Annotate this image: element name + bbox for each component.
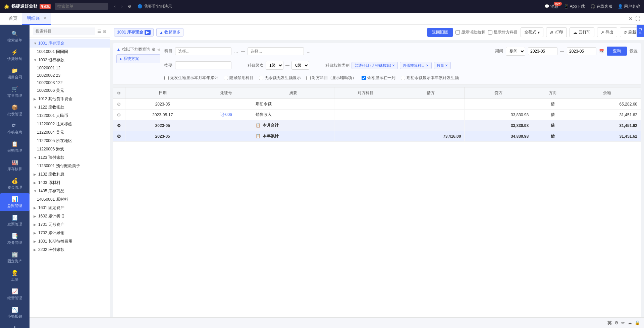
sidebar-item-salary[interactable]: 👷 工资 bbox=[0, 267, 30, 285]
account-tree-item-1702[interactable]: ▶ 1702 累计摊销 bbox=[30, 229, 110, 237]
sidebar-item-ecommerce[interactable]: 🛍 小畅电商 bbox=[0, 120, 30, 137]
more-btn[interactable]: ▲ 收起更多 bbox=[156, 28, 183, 37]
account-tree-item-1122[interactable]: ▼ 1122 应收账款 bbox=[30, 103, 110, 112]
cb-period-show[interactable]: 期初余额显示本年累计发生额 bbox=[401, 75, 459, 81]
sidebar-item-wholesale[interactable]: 📦 批发管理 bbox=[0, 102, 30, 119]
account-tree-item-11220005[interactable]: 11220005 所在地区 bbox=[30, 137, 110, 145]
sidebar-item-management[interactable]: 📈 经营管理 bbox=[0, 285, 30, 303]
account-tree-item-1001[interactable]: ▼ 1001 库存现金 bbox=[30, 39, 110, 48]
bottom-edit-btn[interactable]: ✏ bbox=[621, 320, 625, 325]
type-tag-qty-close[interactable]: ✕ bbox=[445, 64, 448, 67]
tab-detail-close[interactable]: ✕ bbox=[43, 16, 46, 20]
account-tree-item-11220004[interactable]: 11220004 美元 bbox=[30, 128, 110, 137]
cb-no-balance-show[interactable]: 无余额无发生额显示 bbox=[259, 75, 301, 81]
tab-detail[interactable]: 明细账 ✕ bbox=[22, 13, 51, 25]
nav-forward-btn[interactable]: › bbox=[119, 3, 124, 9]
sidebar-item-basic-info[interactable]: ℹ 基础信息 bbox=[0, 322, 30, 328]
cb-no-balance-input[interactable] bbox=[164, 76, 169, 80]
account-tree-item-1012[interactable]: ▶ 1012 其他货币资金 bbox=[30, 95, 110, 103]
tab-expand-btn[interactable]: ⛶ bbox=[635, 16, 640, 21]
account-tree-item-10020002[interactable]: 10020002 23 bbox=[30, 72, 110, 79]
account-tree-item-1602[interactable]: ▶ 1602 累计折旧 bbox=[30, 212, 110, 220]
row-gear-3[interactable]: ⚙ bbox=[113, 120, 125, 131]
nav-settings-btn[interactable]: ⚙ bbox=[126, 3, 133, 9]
cb-period-show-input[interactable] bbox=[401, 76, 405, 80]
online-service-btn[interactable]: 🎧 在线客服 bbox=[590, 4, 612, 9]
sidebar-item-tax[interactable]: 📑 税务管理 bbox=[0, 230, 30, 248]
account-tree-item-1405[interactable]: ▼ 1405 库存商品 bbox=[30, 187, 110, 195]
system-scheme-btn[interactable]: ● 系统方案 bbox=[116, 54, 160, 63]
bottom-zh-btn[interactable]: 英 bbox=[607, 320, 612, 326]
cb-balance-col[interactable]: 余额显示在一列 bbox=[362, 75, 395, 81]
bottom-lock-btn[interactable]: 🔒 bbox=[635, 320, 640, 325]
row-gear-1[interactable]: ⚙ bbox=[113, 99, 125, 110]
type-tag-normal-close[interactable]: ✕ bbox=[392, 64, 395, 67]
sidebar-item-assets[interactable]: 🏢 固定资产 bbox=[0, 249, 30, 266]
tab-close-all-btn[interactable]: ✕ bbox=[629, 16, 633, 21]
sidebar-item-ledger[interactable]: 📊 总账管理 bbox=[0, 193, 30, 211]
cloud-print-btn[interactable]: ☁ 云打印 bbox=[570, 27, 594, 37]
show-aux-checkbox[interactable]: 显示辅助核算 bbox=[455, 29, 485, 35]
period-from-input[interactable] bbox=[528, 47, 557, 55]
type-tag-foreign[interactable]: 外币核算科目 ✕ bbox=[400, 62, 432, 69]
account-tree-item-1132[interactable]: ▶ 1132 应收利息 bbox=[30, 170, 110, 179]
type-tag-normal[interactable]: 普通科目 (无特殊核算) ✕ bbox=[352, 62, 398, 69]
account-search-input[interactable] bbox=[33, 27, 95, 35]
scheme-settings-icon[interactable]: ⚙ bbox=[152, 47, 156, 52]
sidebar-item-quick-nav[interactable]: ⚡ 快捷导航 bbox=[0, 46, 30, 64]
show-opposite-input[interactable] bbox=[488, 30, 492, 35]
level-to-select[interactable]: 6级 bbox=[291, 61, 309, 70]
account-tree-item-1002[interactable]: ▼ 1002 银行存款 bbox=[30, 56, 110, 64]
period-type-select[interactable]: 期间 bbox=[506, 47, 525, 56]
account-tree-item-10020003[interactable]: 10020003 122 bbox=[30, 79, 110, 86]
account-nav-arrow[interactable]: ▶ bbox=[145, 30, 151, 35]
bottom-cloud-btn[interactable]: ☁ bbox=[628, 320, 632, 325]
sidebar-item-finance[interactable]: 💰 资金管理 bbox=[0, 175, 30, 193]
account-tree-item-1601[interactable]: ▶ 1601 固定资产 bbox=[30, 204, 110, 212]
sidebar-item-invoice[interactable]: 🧾 发票管理 bbox=[0, 212, 30, 229]
cb-opposite-show-input[interactable] bbox=[306, 76, 311, 80]
account-tree-item-1403[interactable]: ▶ 1403 原材料 bbox=[30, 179, 110, 187]
type-tag-qty[interactable]: 数量 ✕ bbox=[434, 62, 451, 69]
query-settings-btn[interactable]: 设置 bbox=[630, 48, 638, 54]
account-list-view-btn[interactable]: ☰ bbox=[97, 29, 101, 34]
query-search-btn[interactable]: 查询 bbox=[607, 47, 627, 56]
account-tree-item-11220006[interactable]: 11220006 游戏 bbox=[30, 145, 110, 153]
top-search-input[interactable] bbox=[55, 3, 108, 10]
sidebar-item-project[interactable]: 📁 项目合同 bbox=[0, 65, 30, 82]
format-btn[interactable]: 全额式 ▾ bbox=[521, 27, 543, 37]
account-tree-item-2202[interactable]: ▶ 2202 应付账款 bbox=[30, 246, 110, 254]
account-tree-item-10020001[interactable]: 10020001 12 bbox=[30, 64, 110, 72]
account-tree-item-11220001[interactable]: 11220001 人民币 bbox=[30, 112, 110, 120]
account-tree-item-11230001[interactable]: 11230001 预付账款美子 bbox=[30, 162, 110, 170]
sidebar-item-purchase[interactable]: 📋 采购管理 bbox=[0, 138, 30, 156]
cb-hide-disabled[interactable]: 隐藏禁用科目 bbox=[224, 75, 254, 81]
cb-no-balance[interactable]: 无发生额显示本月本年累计 bbox=[164, 75, 218, 81]
subject-input-end[interactable] bbox=[248, 47, 304, 55]
account-tree-item-11220002[interactable]: 11220002 往来标签 bbox=[30, 120, 110, 128]
sidebar-item-retail[interactable]: 🛒 零售管理 bbox=[0, 83, 30, 101]
export-btn[interactable]: ↗ 导出 bbox=[597, 27, 617, 37]
account-tree-item-1123[interactable]: ▼ 1123 预付账款 bbox=[30, 153, 110, 162]
account-tree-item-14050001[interactable]: 14050001 原材料 bbox=[30, 195, 110, 204]
sidebar-item-search[interactable]: 🔍 搜索菜单 bbox=[0, 28, 30, 46]
return-old-btn[interactable]: 退回旧版 bbox=[427, 28, 453, 37]
row-gear-4[interactable]: ⚙ bbox=[113, 131, 125, 142]
subject-input[interactable] bbox=[175, 47, 231, 55]
show-aux-input[interactable] bbox=[455, 30, 460, 35]
cb-hide-disabled-input[interactable] bbox=[224, 76, 228, 80]
scheme-collapse-icon[interactable]: ◀ bbox=[157, 47, 160, 52]
bottom-settings-btn[interactable]: ⚙ bbox=[614, 320, 619, 325]
cb-opposite-show[interactable]: 对方科目（显示辅助项） bbox=[306, 75, 356, 81]
print-btn[interactable]: 🖨 打印 bbox=[546, 27, 567, 37]
tab-home[interactable]: 首页 bbox=[4, 13, 22, 25]
account-tree-item-1701[interactable]: ▶ 1701 无形资产 bbox=[30, 220, 110, 229]
app-download-btn[interactable]: 📱 App下载 bbox=[564, 4, 585, 9]
level-from-select[interactable]: 1级 bbox=[266, 61, 283, 70]
demo-btn[interactable]: 🔵 我要看实例演示 bbox=[138, 4, 172, 9]
cb-balance-col-input[interactable] bbox=[362, 76, 366, 80]
sidebar-item-expense[interactable]: 📉 小畅报销 bbox=[0, 304, 30, 322]
row-gear-2[interactable]: ⚙ bbox=[113, 110, 125, 120]
row-voucher-2[interactable]: 记-006 bbox=[200, 110, 252, 120]
account-tree-item-10020006[interactable]: 10020006 美元 bbox=[30, 86, 110, 95]
